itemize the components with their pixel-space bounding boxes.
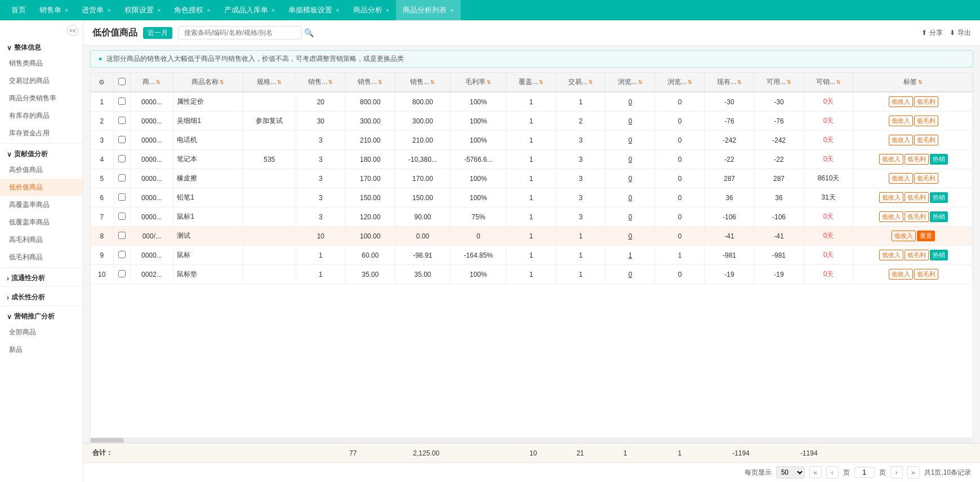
row-browse1[interactable]: 1 — [605, 246, 655, 265]
row-checkbox[interactable] — [118, 270, 126, 277]
sidebar-group-contribution[interactable]: ∨ 贡献值分析 — [0, 145, 83, 161]
nav-permission[interactable]: 权限设置 × — [118, 0, 167, 20]
row-checkbox-cell[interactable] — [113, 207, 130, 227]
row-browse1[interactable]: 0 — [605, 112, 655, 131]
browse-link[interactable]: 0 — [629, 213, 632, 221]
search-icon[interactable]: 🔍 — [304, 28, 314, 37]
row-checkbox-cell[interactable] — [113, 112, 130, 131]
browse-link[interactable]: 0 — [629, 194, 632, 202]
nav-purchase-order[interactable]: 进货单 × — [75, 0, 117, 20]
close-role-auth-icon[interactable]: × — [207, 7, 210, 14]
row-checkbox-cell[interactable] — [113, 246, 130, 265]
nav-home[interactable]: 首页 — [5, 0, 33, 20]
sidebar-item-all-goods[interactable]: 全部商品 — [0, 324, 83, 341]
row-checkbox[interactable] — [118, 155, 126, 162]
row-browse1[interactable]: 0 — [605, 92, 655, 112]
per-page-select[interactable]: 50 100 200 — [776, 466, 805, 479]
row-browse1[interactable]: 0 — [605, 169, 655, 188]
th-settings[interactable]: ⚙ — [91, 73, 113, 92]
days-label: 0天 — [823, 270, 834, 278]
prev-page-button[interactable]: ‹ — [826, 466, 839, 479]
sidebar-group-marketing[interactable]: ∨ 营销推广分析 — [0, 307, 83, 324]
row-browse1[interactable]: 0 — [605, 207, 655, 227]
th-checkbox[interactable] — [113, 73, 130, 92]
close-purchase-order-icon[interactable]: × — [107, 7, 110, 14]
nav-template[interactable]: 单据模板设置 × — [282, 0, 346, 20]
row-num: 9 — [91, 246, 113, 265]
row-checkbox[interactable] — [118, 193, 126, 201]
horizontal-scrollbar[interactable] — [90, 438, 973, 443]
nav-product-stock[interactable]: 产成品入库单 × — [217, 0, 282, 20]
row-browse1[interactable]: 0 — [605, 265, 655, 284]
tag-label: 低收入 — [879, 250, 903, 260]
row-checkbox[interactable] — [118, 174, 126, 182]
row-checkbox-cell[interactable] — [113, 188, 130, 207]
row-code: 0000... — [130, 150, 173, 169]
sidebar-item-low-value[interactable]: 低价值商品 — [0, 179, 83, 196]
row-checkbox[interactable] — [118, 251, 126, 258]
row-checkbox[interactable] — [118, 232, 126, 239]
row-browse1[interactable]: 0 — [605, 150, 655, 169]
sidebar-group-liquidity[interactable]: › 流通性分析 — [0, 269, 83, 285]
row-checkbox[interactable] — [118, 117, 126, 124]
close-permission-icon[interactable]: × — [157, 7, 161, 14]
close-goods-analysis-icon[interactable]: × — [386, 7, 389, 14]
nav-goods-analysis-list[interactable]: 商品分析列表 × — [396, 0, 460, 20]
row-checkbox[interactable] — [118, 213, 126, 220]
sidebar-collapse-button[interactable]: << — [67, 25, 78, 36]
current-page-input[interactable] — [854, 467, 875, 478]
browse-link[interactable]: 0 — [629, 271, 632, 278]
browse-link[interactable]: 0 — [629, 117, 632, 125]
sidebar-item-traded-goods[interactable]: 交易过的商品 — [0, 72, 83, 90]
row-checkbox[interactable] — [118, 98, 126, 105]
row-browse1[interactable]: 0 — [605, 227, 655, 246]
row-browse1[interactable]: 0 — [605, 188, 655, 207]
browse-link[interactable]: 0 — [629, 232, 632, 240]
sidebar-item-low-margin[interactable]: 低毛利商品 — [0, 249, 83, 266]
last-page-button[interactable]: » — [907, 466, 920, 479]
sidebar-group-growth[interactable]: › 成长性分析 — [0, 288, 83, 304]
row-checkbox-cell[interactable] — [113, 227, 130, 246]
share-button[interactable]: ⬆ 分享 — [921, 28, 943, 38]
time-filter-button[interactable]: 近一月 — [143, 27, 172, 39]
sidebar-item-high-value[interactable]: 高价值商品 — [0, 161, 83, 179]
export-button[interactable]: ⬇ 导出 — [950, 28, 971, 38]
sidebar-item-high-coverage[interactable]: 高覆盖率商品 — [0, 196, 83, 214]
browse-link[interactable]: 0 — [629, 175, 632, 183]
row-checkbox-cell[interactable] — [113, 150, 130, 169]
nav-goods-analysis[interactable]: 商品分析 × — [346, 0, 396, 20]
row-checkbox-cell[interactable] — [113, 92, 130, 112]
days-label: 0天 — [823, 98, 834, 105]
close-goods-analysis-list-icon[interactable]: × — [450, 7, 453, 14]
select-all-checkbox[interactable] — [118, 78, 126, 85]
browse-link[interactable]: 0 — [629, 98, 632, 106]
nav-sales-order[interactable]: 销售单 × — [33, 0, 75, 20]
browse-link[interactable]: 0 — [629, 136, 632, 144]
nav-role-auth[interactable]: 角色授权 × — [167, 0, 217, 20]
row-checkbox[interactable] — [118, 136, 126, 143]
sidebar-item-stocked-goods[interactable]: 有库存的商品 — [0, 107, 83, 125]
sidebar-group-overall[interactable]: ∨ 整体信息 — [0, 38, 83, 55]
tag-label: 热销 — [930, 211, 948, 222]
browse-link[interactable]: 1 — [629, 251, 632, 259]
row-browse1[interactable]: 0 — [605, 131, 655, 150]
row-checkbox-cell[interactable] — [113, 131, 130, 150]
scrollbar-thumb[interactable] — [90, 438, 124, 443]
next-page-button[interactable]: › — [890, 466, 903, 479]
sidebar-item-sales-goods[interactable]: 销售类商品 — [0, 55, 83, 72]
sidebar-item-capital-occupy[interactable]: 库存资金占用 — [0, 125, 83, 142]
search-input[interactable] — [178, 26, 302, 39]
sidebar-item-new-goods[interactable]: 新品 — [0, 341, 83, 359]
row-checkbox-cell[interactable] — [113, 169, 130, 188]
row-checkbox-cell[interactable] — [113, 265, 130, 284]
close-product-stock-icon[interactable]: × — [271, 7, 275, 14]
sidebar-item-category-sales[interactable]: 商品分类销售率 — [0, 90, 83, 107]
close-template-icon[interactable]: × — [336, 7, 339, 14]
close-sales-order-icon[interactable]: × — [65, 7, 68, 14]
row-s1: 3 — [296, 150, 345, 169]
sidebar-item-high-margin[interactable]: 高毛利商品 — [0, 231, 83, 249]
browse-link[interactable]: 0 — [629, 156, 632, 163]
first-page-button[interactable]: « — [809, 466, 822, 479]
row-stock2: 287 — [754, 169, 804, 188]
sidebar-item-low-coverage[interactable]: 低覆盖率商品 — [0, 214, 83, 231]
